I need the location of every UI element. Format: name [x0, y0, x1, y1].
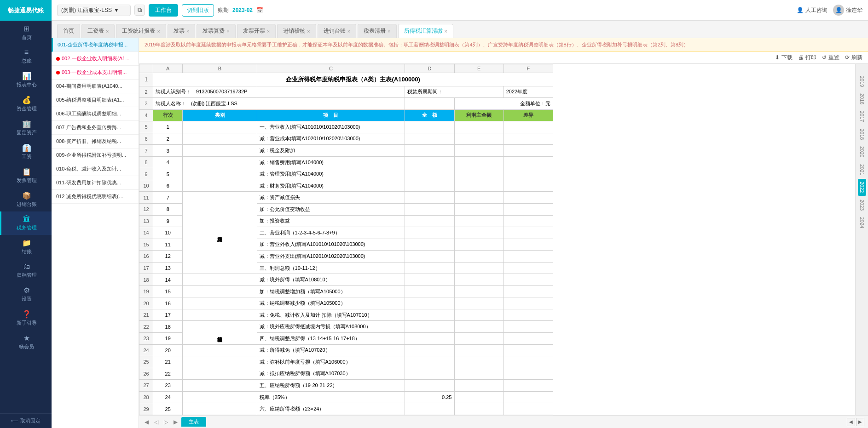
form-list-item-9[interactable]: 010-免税、减计收入及加计...	[52, 162, 139, 176]
tab-close-4[interactable]: ×	[226, 29, 229, 34]
chay-cell-7[interactable]	[503, 204, 553, 216]
quane-cell-8[interactable]	[405, 215, 454, 227]
lrze-cell-10[interactable]	[454, 239, 503, 251]
form-list-item-11[interactable]: 012-减免所得税优惠明细表(…	[52, 190, 139, 204]
lrze-cell-16[interactable]	[454, 309, 503, 321]
form-list-item-4[interactable]: 005-纳税调整项目明细表(A1...	[52, 93, 139, 107]
h-scroll-left[interactable]: ◀	[847, 418, 855, 426]
tab-close-8[interactable]: ×	[388, 29, 390, 34]
tab-close-5[interactable]: ×	[267, 29, 270, 34]
tab-3[interactable]: 发票×	[168, 24, 195, 38]
quane-cell-22[interactable]	[405, 380, 454, 392]
sheet-container[interactable]: A B C D E F 1 企业所得税年度纳税申报表（A类）主表(A100000…	[139, 64, 855, 416]
form-list-item-8[interactable]: 009-企业所得税附加补亏损明...	[52, 148, 139, 162]
quane-cell-2[interactable]	[405, 145, 454, 157]
sidebar-item-10[interactable]: 🗂归档管理	[0, 259, 52, 282]
copy-btn[interactable]: ⧉	[134, 5, 145, 16]
tab-close-6[interactable]: ×	[307, 29, 310, 34]
chay-cell-23[interactable]	[503, 391, 553, 403]
form-list-item-6[interactable]: 007-广告费和业务宣传费跨...	[52, 121, 139, 135]
year-item-2022[interactable]: 2022	[858, 179, 866, 195]
lrze-cell-7[interactable]	[454, 204, 503, 216]
quane-cell-24[interactable]	[405, 403, 454, 415]
sidebar-item-11[interactable]: ⚙设置	[0, 282, 52, 306]
quane-cell-17[interactable]	[405, 321, 454, 333]
chay-cell-13[interactable]	[503, 274, 553, 286]
chay-cell-15[interactable]	[503, 297, 553, 309]
year-item-2019[interactable]: 2019	[858, 73, 866, 90]
lrze-cell-20[interactable]	[454, 356, 503, 368]
lrze-cell-4[interactable]	[454, 168, 503, 180]
quane-cell-9[interactable]	[405, 227, 454, 239]
h-scroll-right[interactable]: ▶	[856, 418, 864, 426]
lrze-cell-24[interactable]	[454, 403, 503, 415]
form-list-item-3[interactable]: 004-期间费用明细表(A1040...	[52, 80, 139, 93]
chay-cell-18[interactable]	[503, 333, 553, 345]
form-list-item-0[interactable]: 001-企业所得税年度纳税申报...	[52, 38, 139, 52]
chay-cell-22[interactable]	[503, 380, 553, 392]
work-btn[interactable]: 工作台	[149, 4, 178, 17]
quane-cell-11[interactable]	[405, 251, 454, 263]
chay-cell-16[interactable]	[503, 309, 553, 321]
lrze-cell-18[interactable]	[454, 333, 503, 345]
form-list-item-5[interactable]: 006-职工薪酬纳税调整明细...	[52, 107, 139, 121]
quane-cell-14[interactable]	[405, 285, 454, 297]
refresh-btn[interactable]: ⟳ 刷新	[845, 54, 862, 62]
tab-close-3[interactable]: ×	[186, 29, 189, 34]
tab-2[interactable]: 工资统计报表×	[116, 24, 166, 38]
quane-cell-10[interactable]	[405, 239, 454, 251]
quane-cell-12[interactable]	[405, 262, 454, 274]
reset-btn[interactable]: ↺ 重置	[822, 54, 839, 62]
year-item-2021[interactable]: 2021	[858, 161, 866, 178]
chay-cell-10[interactable]	[503, 239, 553, 251]
lrze-cell-2[interactable]	[454, 145, 503, 157]
switch-btn[interactable]: 切到旧版	[182, 4, 214, 17]
tab-1[interactable]: 工资表×	[81, 24, 115, 38]
tab-0[interactable]: 首页	[57, 24, 80, 38]
quane-cell-21[interactable]	[405, 368, 454, 380]
chay-cell-9[interactable]	[503, 227, 553, 239]
chay-cell-0[interactable]	[503, 121, 553, 133]
chay-cell-1[interactable]	[503, 133, 553, 145]
lrze-cell-1[interactable]	[454, 133, 503, 145]
sidebar-item-6[interactable]: 📋发票管理	[0, 164, 52, 188]
quane-cell-19[interactable]	[405, 344, 454, 356]
sidebar-item-3[interactable]: 💰资金管理	[0, 92, 52, 116]
lrze-cell-12[interactable]	[454, 262, 503, 274]
lrze-cell-8[interactable]	[454, 215, 503, 227]
chay-cell-6[interactable]	[503, 192, 553, 204]
sidebar-item-5[interactable]: 👔工资	[0, 140, 52, 164]
user-menu[interactable]: 👤 徐连华	[833, 5, 862, 16]
form-list-item-10[interactable]: 011-研发费用加计扣除优惠...	[52, 176, 139, 190]
lrze-cell-19[interactable]	[454, 344, 503, 356]
tab-close-7[interactable]: ×	[347, 29, 350, 34]
download-btn[interactable]: ⬇ 下载	[775, 54, 793, 62]
tab-9[interactable]: 所得税汇算清缴×	[398, 24, 453, 38]
chay-cell-8[interactable]	[503, 215, 553, 227]
sidebar-item-2[interactable]: 📊报表中心	[0, 68, 52, 92]
quane-cell-20[interactable]	[405, 356, 454, 368]
tab-7[interactable]: 进销台账×	[318, 24, 356, 38]
lrze-cell-0[interactable]	[454, 121, 503, 133]
sidebar-item-7[interactable]: 📦进销台账	[0, 188, 52, 211]
lrze-cell-9[interactable]	[454, 227, 503, 239]
sidebar-item-0[interactable]: ⊞首页	[0, 21, 52, 45]
sheet-nav-next[interactable]: ▷	[162, 418, 170, 426]
quane-cell-0[interactable]	[405, 121, 454, 133]
quane-cell-1[interactable]	[405, 133, 454, 145]
print-btn[interactable]: 🖨 打印	[798, 54, 816, 62]
year-item-2020[interactable]: 2020	[858, 143, 866, 160]
lrze-cell-21[interactable]	[454, 368, 503, 380]
chay-cell-11[interactable]	[503, 251, 553, 263]
lrze-cell-13[interactable]	[454, 274, 503, 286]
chay-cell-21[interactable]	[503, 368, 553, 380]
lrze-cell-14[interactable]	[454, 285, 503, 297]
tab-4[interactable]: 发票算费×	[197, 24, 235, 38]
tab-8[interactable]: 税表清册×	[358, 24, 396, 38]
quane-cell-16[interactable]	[405, 309, 454, 321]
tab-close-2[interactable]: ×	[157, 29, 160, 34]
chay-cell-3[interactable]	[503, 156, 553, 168]
sidebar-item-13[interactable]: ★畅会员	[0, 330, 52, 354]
sheet-nav-prev[interactable]: ◁	[152, 418, 160, 426]
lrze-cell-6[interactable]	[454, 192, 503, 204]
